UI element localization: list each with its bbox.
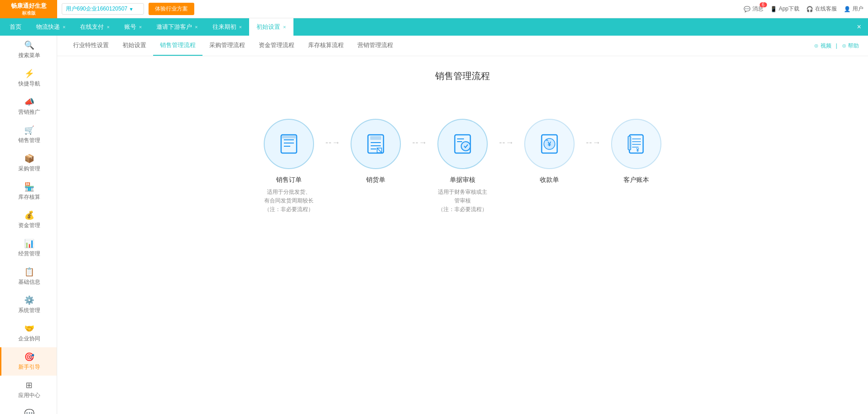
arrow-dashed-2: - - → [412,138,426,148]
flow-diagram: 销售订单 适用于分批发货、有合同发货周期较长（注：非必要流程） - - → [66,110,859,223]
nav-tab-logistics[interactable]: 物流快递 × [29,18,73,36]
sidebar-item-sales[interactable]: 🛒 销售管理 [0,121,57,149]
nav-tab-account[interactable]: 账号 × [117,18,149,36]
sidebar-item-finance[interactable]: 💰 资金管理 [0,206,57,234]
sub-tab-inventory-flow-label: 库存核算流程 [308,42,344,48]
sidebar-item-inventory[interactable]: 🏪 库存核算 [0,177,57,206]
flow-arrow-1: - - → [325,119,339,148]
sub-tab-industry-label: 行业特性设置 [73,42,109,48]
sales-icon: 🛒 [24,125,34,135]
flow-circle-ledger[interactable]: ¥ [611,119,661,169]
page-title: 销售管理流程 [66,70,859,82]
video-help-link[interactable]: ⊙ 视频 [814,42,831,50]
sidebar-item-enterprise[interactable]: 🤝 企业协同 [0,319,57,347]
sub-tab-marketing-flow-label: 营销管理流程 [357,42,393,48]
flow-desc-audit: 适用于财务审核或主管审核（注：非必要流程） [438,188,487,214]
flow-label-sales-order: 销售订单 [276,176,302,184]
sub-tab-industry[interactable]: 行业特性设置 [66,36,116,56]
sidebar: 🔍 搜索菜单 ⚡ 快捷导航 📣 营销推广 🛒 销售管理 📦 采购管理 🏪 库存核… [0,36,57,414]
nav-tab-home[interactable]: 首页 [2,18,29,36]
sidebar-item-quick-nav[interactable]: ⚡ 快捷导航 [0,64,57,92]
sub-tab-marketing-flow[interactable]: 营销管理流程 [351,36,400,56]
sidebar-item-basic-info-label: 基础信息 [18,278,40,286]
svg-rect-4 [282,136,296,138]
app-download-label: App下载 [779,5,799,13]
nav-tab-period-close[interactable]: × [239,24,242,30]
nav-tab-invite[interactable]: 邀请下游客户 × [149,18,205,36]
sidebar-item-operations[interactable]: 📊 经营管理 [0,234,57,262]
operations-icon: 📊 [24,239,34,249]
sub-tab-sales-flow[interactable]: 销售管理流程 [153,36,202,56]
nav-tab-logistics-label: 物流快递 [36,23,60,31]
online-service-item[interactable]: 🎧 在线客服 [806,5,837,13]
header-left: 畅康通好生意 标准版 用户690企业1660120507 ▾ 体验行业方案 [0,0,194,18]
sidebar-item-marketing[interactable]: 📣 营销推广 [0,92,57,121]
logo-title: 畅康通好生意 [11,2,47,10]
nav-tab-init[interactable]: 初始设置 × [249,18,293,36]
sub-tab-purchase-flow-label: 采购管理流程 [209,42,245,48]
flow-item-ledger: ¥ 客户账本 [600,119,673,188]
sidebar-item-purchase[interactable]: 📦 采购管理 [0,149,57,177]
flow-circle-sales-order[interactable] [264,119,314,169]
enterprise-icon: 🤝 [24,324,34,334]
flow-desc-sales-order: 适用于分批发货、有合同发货周期较长（注：非必要流程） [264,188,314,214]
purchase-icon: 📦 [24,154,34,164]
receipt-icon: ¥ [538,133,561,155]
flow-item-invoice: 销货单 [339,119,412,188]
sub-tab-finance-flow[interactable]: 资金管理流程 [252,36,301,56]
svg-rect-6 [370,136,381,140]
user-item[interactable]: 👤 用户 [844,5,863,13]
doc-help-link[interactable]: ⊙ 帮助 [842,42,859,50]
nav-tab-logistics-close[interactable]: × [63,24,65,30]
nav-tab-invite-close[interactable]: × [195,24,197,30]
trial-button[interactable]: 体验行业方案 [149,3,194,15]
svg-point-11 [461,142,470,151]
audit-icon [451,133,474,155]
nav-tab-payment-close[interactable]: × [107,24,109,30]
flow-arrow-4: - - → [586,119,600,148]
flow-circle-invoice[interactable] [351,119,401,169]
user-name-label: 用户 [852,5,863,13]
sub-tab-init[interactable]: 初始设置 [116,36,153,56]
quick-nav-icon: ⚡ [24,69,34,79]
wechat-icon: 💬 [24,409,34,414]
sidebar-item-quick-nav-label: 快捷导航 [18,80,40,88]
flow-circle-audit[interactable] [437,119,488,169]
online-service-label: 在线客服 [815,5,837,13]
top-header: 畅康通好生意 标准版 用户690企业1660120507 ▾ 体验行业方案 💬 … [0,0,868,18]
sidebar-item-system[interactable]: ⚙️ 系统管理 [0,291,57,319]
nav-tab-period[interactable]: 往来期初 × [205,18,249,36]
user-avatar-icon: 👤 [844,6,851,12]
sub-tab-purchase-flow[interactable]: 采购管理流程 [202,36,252,56]
header-right: 💬 消息 6 📱 App下载 🎧 在线客服 👤 用户 [744,5,863,13]
marketing-icon: 📣 [24,97,34,107]
flow-arrow-3: - - → [499,119,513,148]
arrow-dashed-1: - - → [325,138,339,148]
guide-icon: 🎯 [24,352,34,362]
app-download-item[interactable]: 📱 App下载 [770,5,799,13]
nav-tab-payment[interactable]: 在线支付 × [73,18,117,36]
sub-tab-inventory-flow[interactable]: 库存核算流程 [301,36,351,56]
message-item[interactable]: 💬 消息 6 [744,5,763,13]
sidebar-item-guide-label: 新手引导 [18,363,40,371]
sidebar-item-app-center[interactable]: ⊞ 应用中心 [0,376,57,404]
flow-item-audit: 单据审核 适用于财务审核或主管审核（注：非必要流程） [426,119,499,214]
sidebar-item-wechat[interactable]: 💬 企业微信 [0,404,57,414]
sidebar-item-guide[interactable]: 🎯 新手引导 [0,347,57,376]
invoice-icon [364,133,387,155]
sidebar-item-search[interactable]: 🔍 搜索菜单 [0,36,57,64]
nav-tab-period-label: 往来期初 [213,23,236,31]
finance-icon: 💰 [24,210,34,220]
nav-tab-init-close[interactable]: × [283,24,286,30]
nav-tab-account-close[interactable]: × [139,24,142,30]
sidebar-item-marketing-label: 营销推广 [18,108,40,116]
flow-circle-receipt[interactable]: ¥ [524,119,575,169]
flow-item-sales-order: 销售订单 适用于分批发货、有合同发货周期较长（注：非必要流程） [252,119,325,214]
nav-tabs-close-all[interactable]: × [852,23,866,31]
main-layout: 🔍 搜索菜单 ⚡ 快捷导航 📣 营销推广 🛒 销售管理 📦 采购管理 🏪 库存核… [0,36,868,414]
user-selector[interactable]: 用户690企业1660120507 ▾ [62,3,144,15]
app-center-icon: ⊞ [26,380,32,390]
sidebar-item-basic-info[interactable]: 📋 基础信息 [0,262,57,291]
sidebar-item-app-center-label: 应用中心 [18,392,40,399]
content-area: 行业特性设置 初始设置 销售管理流程 采购管理流程 资金管理流程 库存核算流程 … [57,36,868,414]
